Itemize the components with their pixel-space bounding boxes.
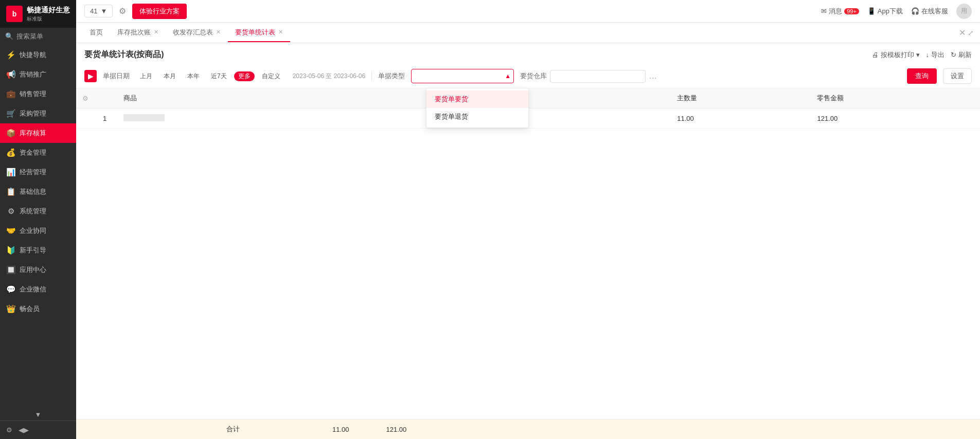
sidebar-item-marketing[interactable]: 📢 营销推广 [0, 65, 76, 84]
store-selector[interactable]: 41 ▼ [84, 5, 113, 17]
sidebar-collapse-btn[interactable]: ◀▶ [19, 426, 29, 434]
page-actions: 🖨 按模板打印 ▾ ↓ 导出 ↻ 刷新 [872, 50, 972, 60]
page-inner: 要货单统计表(按商品) 🖨 按模板打印 ▾ ↓ 导出 ↻ 刷新 [76, 43, 980, 439]
sidebar-item-purchase[interactable]: 🛒 采购管理 [0, 104, 76, 123]
sidebar-item-system[interactable]: ⚙ 系统管理 [0, 202, 76, 221]
warehouse-filter: 要货仓库 … [520, 70, 657, 83]
sidebar-item-guide[interactable]: 🔰 新手引导 [0, 241, 76, 260]
sidebar: b 畅捷通好生意 标准版 🔍 搜索菜单 ⚡ 快捷导航 📢 营销推广 💼 销售管理… [0, 0, 76, 439]
dropdown-item-return[interactable]: 要货单退货 [426, 108, 528, 125]
tabs-bar: 首页 库存批次账 ✕ 收发存汇总表 ✕ 要货单统计表 ✕ ✕ ⤢ [76, 23, 980, 43]
date-shortcut-year[interactable]: 本年 [183, 71, 204, 82]
date-shortcut-up[interactable]: 上月 [136, 71, 156, 82]
print-button[interactable]: 🖨 按模板打印 ▾ [872, 50, 920, 60]
row-amount: 121.00 [811, 108, 980, 129]
sidebar-item-quick-nav[interactable]: ⚡ 快捷导航 [0, 45, 76, 65]
product-placeholder [123, 114, 165, 121]
main-area: 41 ▼ ⚙ 体验行业方案 ✉ 消息 99+ 📱 App下载 🎧 在线客服 用 [76, 0, 980, 439]
page-title: 要货单统计表(按商品) [84, 49, 164, 60]
set-button[interactable]: 设置 [943, 68, 972, 84]
sidebar-item-basics[interactable]: 📋 基础信息 [0, 182, 76, 202]
page-title-bar: 要货单统计表(按商品) 🖨 按模板打印 ▾ ↓ 导出 ↻ 刷新 [76, 43, 980, 64]
sidebar-scroll-down[interactable]: ▼ [0, 409, 76, 420]
col-product: 商品 [117, 88, 473, 108]
sidebar-item-apps[interactable]: 🔲 应用中心 [0, 260, 76, 280]
sidebar-settings-btn[interactable]: ⚙ [6, 426, 12, 434]
tab-receive-summary[interactable]: 收发存汇总表 ✕ [166, 24, 228, 42]
logo-icon: b [6, 6, 23, 22]
phone-icon: 📱 [867, 7, 876, 15]
print-icon: 🖨 [872, 51, 879, 59]
headset-icon: 🎧 [911, 7, 919, 15]
refresh-button[interactable]: ↻ 刷新 [951, 50, 972, 60]
enterprise-icon: 🤝 [6, 226, 15, 235]
filter-expand-button[interactable]: ▶ [84, 70, 97, 82]
messages-button[interactable]: ✉ 消息 99+ [821, 7, 859, 16]
row-quantity: 11.00 [671, 108, 811, 129]
column-settings-icon[interactable]: ⚙ [82, 95, 88, 102]
type-select-wrapper: ▲ [411, 69, 514, 83]
sidebar-nav: ⚡ 快捷导航 📢 营销推广 💼 销售管理 🛒 采购管理 📦 库存核算 💰 资金管… [0, 45, 76, 409]
warehouse-input[interactable] [550, 70, 646, 83]
date-label: 单据日期 [103, 71, 130, 81]
app-logo: b 畅捷通好生意 标准版 [0, 0, 76, 28]
more-filter-icon[interactable]: … [649, 71, 657, 81]
export-button[interactable]: ↓ 导出 [926, 50, 945, 60]
type-label: 单据类型 [378, 71, 405, 81]
col-settings: ⚙ [76, 88, 97, 108]
sidebar-item-wechat[interactable]: 💬 企业微信 [0, 280, 76, 299]
basics-icon: 📋 [6, 187, 15, 196]
tab-receive-summary-close[interactable]: ✕ [216, 29, 221, 35]
tab-home[interactable]: 首页 [82, 24, 110, 42]
dropdown-item-order[interactable]: 要货单要货 [426, 90, 528, 108]
logo-text: 畅捷通好生意 标准版 [27, 5, 70, 23]
inventory-icon: 📦 [6, 129, 15, 138]
tab-order-stats[interactable]: 要货单统计表 ✕ [228, 24, 290, 42]
warehouse-label: 要货仓库 [520, 71, 547, 81]
total-row: 合计 11.00 121.00 [76, 419, 980, 439]
search-menu[interactable]: 🔍 搜索菜单 [0, 28, 76, 45]
sidebar-footer: ⚙ ◀▶ [0, 420, 76, 439]
row-product [117, 108, 473, 129]
user-avatar[interactable]: 用 [956, 4, 972, 19]
date-shortcut-current[interactable]: 本月 [159, 71, 180, 82]
header-settings-icon[interactable]: ⚙ [119, 6, 126, 16]
sidebar-item-operations[interactable]: 📊 经营管理 [0, 162, 76, 182]
top-header: 41 ▼ ⚙ 体验行业方案 ✉ 消息 99+ 📱 App下载 🎧 在线客服 用 [76, 0, 980, 23]
type-select-value [416, 71, 499, 81]
header-right: ✉ 消息 99+ 📱 App下载 🎧 在线客服 用 [821, 4, 972, 19]
system-icon: ⚙ [6, 207, 15, 216]
tabs-expand-button[interactable]: ⤢ [968, 29, 974, 37]
col-quantity: 主数量 [671, 88, 811, 108]
date-shortcut-more[interactable]: 更多 [234, 71, 255, 81]
sidebar-item-member[interactable]: 👑 畅会员 [0, 299, 76, 319]
brand-sub: 标准版 [27, 15, 70, 23]
brand-main: 畅捷通好生意 [27, 5, 70, 15]
trial-button[interactable]: 体验行业方案 [132, 4, 187, 19]
sidebar-item-enterprise[interactable]: 🤝 企业协同 [0, 221, 76, 241]
query-button[interactable]: 查询 [907, 68, 937, 84]
export-icon: ↓ [926, 51, 930, 59]
sidebar-item-sales[interactable]: 💼 销售管理 [0, 84, 76, 104]
sales-icon: 💼 [6, 89, 15, 99]
tabs-close-all-button[interactable]: ✕ [959, 28, 966, 38]
sidebar-item-inventory[interactable]: 📦 库存核算 [0, 123, 76, 143]
filter-divider [371, 71, 372, 81]
online-service-button[interactable]: 🎧 在线客服 [911, 7, 948, 16]
sidebar-item-finance[interactable]: 💰 资金管理 [0, 143, 76, 162]
marketing-icon: 📢 [6, 70, 15, 79]
print-chevron-icon: ▾ [916, 51, 920, 59]
app-download-button[interactable]: 📱 App下载 [867, 7, 903, 16]
operations-icon: 📊 [6, 168, 15, 177]
date-shortcut-week[interactable]: 近7天 [207, 71, 231, 82]
tab-order-stats-close[interactable]: ✕ [278, 29, 283, 35]
wechat-icon: 💬 [6, 285, 15, 294]
tab-batch-stock[interactable]: 库存批次账 ✕ [110, 24, 166, 42]
col-index [97, 88, 117, 108]
date-shortcut-custom[interactable]: 自定义 [258, 71, 284, 82]
tab-batch-stock-close[interactable]: ✕ [154, 29, 158, 35]
row-index: 1 [97, 108, 117, 129]
store-name: 41 [90, 7, 97, 15]
apps-icon: 🔲 [6, 265, 15, 275]
type-select[interactable] [411, 69, 514, 83]
